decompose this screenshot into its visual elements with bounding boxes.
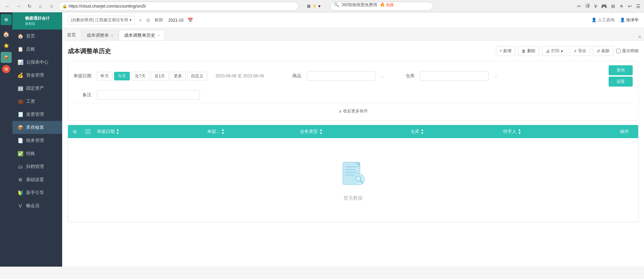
home-button[interactable]: ⌂ xyxy=(36,2,45,10)
back-button[interactable]: ← xyxy=(3,2,12,10)
filter-row-date: 单据日期 昨天 今天 近7天 近1月 更多 自定义 2023-06-06 至 2… xyxy=(74,65,633,87)
th-date[interactable]: 单据日期 ▲▼ xyxy=(94,128,204,135)
search-bar[interactable]: 🔍 360智能抠图免费用 🔥 热搜 xyxy=(330,2,433,11)
date-btn-more[interactable]: 更多 xyxy=(170,72,186,80)
sidebar-item-archive[interactable]: 🗂 归档管理 xyxy=(12,160,62,173)
search-btn[interactable]: 查询 xyxy=(609,65,633,75)
tab-cost-adjust-history-close[interactable]: × xyxy=(157,33,159,37)
sidebar-item-funds[interactable]: 💰 资金管理 xyxy=(12,69,62,82)
sidebar-item-archive-label: 归档管理 xyxy=(26,164,44,170)
grid-icon: ⊞ xyxy=(307,4,310,9)
th-operator-sort-icon: ▲▼ xyxy=(518,128,521,135)
tab-cost-adjust-history-label: 成本调整单历史 xyxy=(124,32,155,38)
funds-icon: 💰 xyxy=(17,72,23,78)
forward-button[interactable]: → xyxy=(14,2,23,10)
th-type-sort-icon: ▲▼ xyxy=(319,128,323,135)
delete-icon: 🗑 xyxy=(522,49,526,54)
collapse-btn[interactable]: ∧ 收起更多条件 xyxy=(339,106,368,116)
display-toggle-checkbox[interactable] xyxy=(616,49,621,53)
goods-filter-input[interactable] xyxy=(307,71,375,81)
service-btn[interactable]: 👤 人工咨询 xyxy=(591,17,614,23)
sidebar-item-tax-label: 税务管理 xyxy=(26,137,44,144)
add-company-btn[interactable]: + xyxy=(139,17,142,23)
display-toggle[interactable]: 显示明细 xyxy=(616,48,639,54)
browser-chrome: ← → ↻ ⌂ ☆ 🔒 https://cloud.chanjet.com/ac… xyxy=(0,0,644,12)
th-checkbox[interactable] xyxy=(82,129,94,134)
left-icon-2[interactable]: 🏠 xyxy=(1,29,12,40)
tax-icon: 📑 xyxy=(17,138,23,143)
tab-cost-adjust-history[interactable]: 成本调整单历史 × xyxy=(119,30,165,40)
logo-text: 畅捷通好会计 xyxy=(25,16,50,21)
bookmark-button[interactable]: ☆ xyxy=(47,2,56,10)
sidebar-item-salary[interactable]: 💼 工资 xyxy=(12,95,62,108)
sidebar-item-ledger[interactable]: 📋 总账 xyxy=(12,43,62,56)
left-icon-weibo[interactable]: 微 xyxy=(2,65,10,73)
date-btn-1month[interactable]: 近1月 xyxy=(151,72,169,80)
calendar-icon[interactable]: 📅 xyxy=(188,18,193,23)
th-gear-btn[interactable]: ⚙ xyxy=(68,129,82,134)
collapse-label: 收起更多条件 xyxy=(343,108,368,114)
close-all-icon[interactable]: × xyxy=(638,34,641,40)
left-icon-4[interactable]: 📦 xyxy=(1,52,12,63)
url-bar[interactable]: 🔒 https://cloud.chanjet.com/accounting/u… xyxy=(58,2,299,11)
tab-cost-adjust-close[interactable]: × xyxy=(111,33,113,37)
delete-btn[interactable]: 🗑 删除 xyxy=(518,46,539,56)
sidebar-item-guide-label: 新手引导 xyxy=(26,190,44,196)
left-icon-3[interactable]: 🌟 xyxy=(1,40,12,51)
collapse-section: ∧ 收起更多条件 xyxy=(74,103,633,116)
svg-rect-1 xyxy=(345,166,358,167)
sidebar-item-inventory[interactable]: 📦 库存核算 xyxy=(12,121,62,134)
user-avatar[interactable]: 👤 徐泽华 xyxy=(620,17,639,23)
refresh-button[interactable]: ↻ xyxy=(25,2,34,10)
tab-bar-close[interactable]: × xyxy=(638,34,644,40)
th-operator[interactable]: 经手人 ▲▼ xyxy=(500,128,611,135)
date-btn-yesterday[interactable]: 昨天 xyxy=(97,72,113,80)
sidebar-item-settings[interactable]: ⚙ 基础设置 xyxy=(12,173,62,186)
browser-right-tools: ✂ 译 ¥ 🎮 ⊞ ☀ ↩ ☰ xyxy=(577,3,641,9)
setting-btn[interactable]: 设置 xyxy=(609,77,633,87)
table-container: ⚙ 单据日期 ▲▼ 单据... ▲▼ 业务类型 ▲▼ xyxy=(68,125,639,222)
svg-rect-4 xyxy=(345,175,354,176)
menu-icon: ☰ xyxy=(636,3,641,9)
top-bar-left: (勿删勿禁用) 江西服宝测试专用 ▾ + ⚙ 账期 2021-10 📅 xyxy=(68,16,193,24)
left-icon-2-symbol: 🏠 xyxy=(3,31,10,37)
sidebar-item-invoice-label: 发票管理 xyxy=(26,111,44,118)
sidebar-item-close[interactable]: ✅ 结账 xyxy=(12,147,62,160)
th-warehouse[interactable]: 仓库 ▲▼ xyxy=(408,128,500,135)
gear-icon: ⚙ xyxy=(73,129,77,134)
sidebar-item-vip[interactable]: V 畅会员 xyxy=(12,199,62,212)
th-type[interactable]: 业务类型 ▲▼ xyxy=(297,128,407,135)
note-filter-input[interactable] xyxy=(97,90,200,100)
empty-state: 暂无数据 xyxy=(68,138,638,222)
sidebar-item-invoice[interactable]: 🧾 发票管理 xyxy=(12,108,62,121)
th-voucher[interactable]: 单据... ▲▼ xyxy=(204,128,297,135)
tab-home[interactable]: 首页 xyxy=(62,30,81,40)
th-type-label: 业务类型 xyxy=(300,129,318,135)
tab-cost-adjust[interactable]: 成本调整单 × xyxy=(81,30,118,40)
company-selector[interactable]: (勿删勿禁用) 江西服宝测试专用 ▾ xyxy=(68,16,135,24)
sidebar-item-guide[interactable]: 🔰 新手引导 xyxy=(12,186,62,199)
warehouse-filter-input[interactable] xyxy=(420,71,489,81)
settings-top-icon[interactable]: ⚙ xyxy=(146,18,150,23)
date-btn-custom[interactable]: 自定义 xyxy=(187,72,207,80)
new-btn[interactable]: + 新增 xyxy=(496,46,515,56)
goods-more-btn[interactable]: ... xyxy=(381,74,384,78)
date-btn-7days[interactable]: 近7天 xyxy=(131,72,149,80)
sidebar-item-reports[interactable]: 📊 云报表中心 xyxy=(12,56,62,69)
export-btn[interactable]: ↗ 导出 xyxy=(569,46,590,56)
print-btn[interactable]: 🖨 打印 ▾ xyxy=(542,46,567,56)
sidebar-item-tax[interactable]: 📑 税务管理 xyxy=(12,134,62,147)
empty-text: 暂无数据 xyxy=(343,195,363,201)
bolt-icon: ⚡ xyxy=(312,4,317,9)
action-buttons-right: 查询 设置 xyxy=(609,65,633,87)
th-actions-label: 操作 xyxy=(620,129,629,135)
th-actions: 操作 xyxy=(611,129,638,135)
date-btn-today[interactable]: 今天 xyxy=(114,72,130,80)
th-operator-label: 经手人 xyxy=(503,129,517,135)
warehouse-more-btn[interactable]: ... xyxy=(494,74,498,78)
page-header: 成本调整单历史 + 新增 🗑 删除 🖨 打印 ▾ ↗ 导出 xyxy=(68,46,639,56)
sidebar-item-assets[interactable]: 🏢 固定资产 xyxy=(12,82,62,95)
main-content: 成本调整单历史 + 新增 🗑 删除 🖨 打印 ▾ ↗ 导出 xyxy=(62,41,644,267)
sidebar-item-home[interactable]: 🏠 首页 xyxy=(12,30,62,43)
refresh-btn[interactable]: ↺ 刷新 xyxy=(593,46,613,56)
